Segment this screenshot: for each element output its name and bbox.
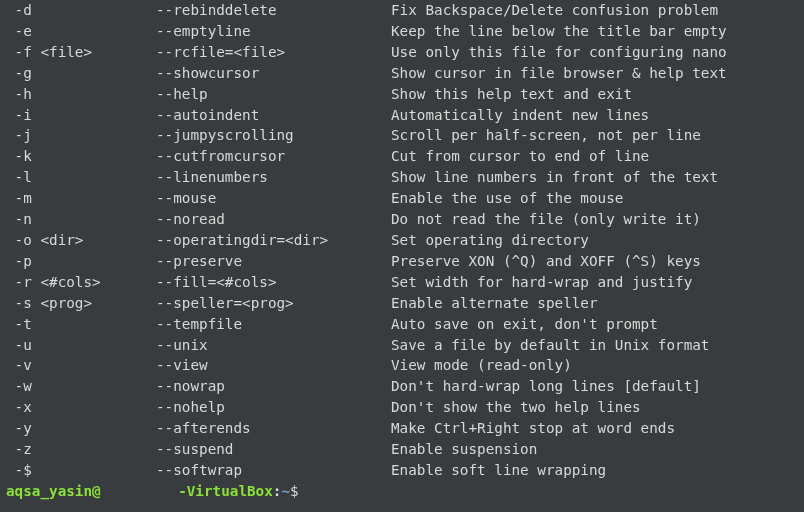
help-option-row: -o <dir>--operatingdir=<dir>Set operatin… xyxy=(6,230,798,251)
option-description: Enable suspension xyxy=(391,439,537,460)
help-option-row: -l--linenumbersShow line numbers in fron… xyxy=(6,167,798,188)
option-short: -v xyxy=(6,355,156,376)
option-long: --autoindent xyxy=(156,105,391,126)
option-long: --operatingdir=<dir> xyxy=(156,230,391,251)
option-long: --nowrap xyxy=(156,376,391,397)
option-long: --emptyline xyxy=(156,21,391,42)
option-description: Use only this file for configuring nano xyxy=(391,42,727,63)
option-description: Do not read the file (only write it) xyxy=(391,209,701,230)
option-description: Save a file by default in Unix format xyxy=(391,335,709,356)
help-option-row: -d--rebinddeleteFix Backspace/Delete con… xyxy=(6,0,798,21)
help-option-row: -r <#cols>--fill=<#cols>Set width for ha… xyxy=(6,272,798,293)
option-short: -l xyxy=(6,167,156,188)
option-short: -y xyxy=(6,418,156,439)
prompt-gap xyxy=(101,483,178,499)
option-short: -o <dir> xyxy=(6,230,156,251)
help-option-row: -h--helpShow this help text and exit xyxy=(6,84,798,105)
option-description: Keep the line below the title bar empty xyxy=(391,21,727,42)
option-description: Show line numbers in front of the text xyxy=(391,167,718,188)
option-description: Set operating directory xyxy=(391,230,589,251)
help-option-row: -j--jumpyscrollingScroll per half-screen… xyxy=(6,125,798,146)
shell-prompt[interactable]: aqsa_yasin@ -VirtualBox:~$ xyxy=(6,481,798,502)
option-description: Cut from cursor to end of line xyxy=(391,146,649,167)
help-option-row: -w--nowrapDon't hard-wrap long lines [de… xyxy=(6,376,798,397)
help-option-row: -s <prog>--speller=<prog>Enable alternat… xyxy=(6,293,798,314)
option-short: -g xyxy=(6,63,156,84)
option-description: Show cursor in file browser & help text xyxy=(391,63,727,84)
option-description: Fix Backspace/Delete confusion problem xyxy=(391,0,718,21)
option-long: --showcursor xyxy=(156,63,391,84)
option-description: Make Ctrl+Right stop at word ends xyxy=(391,418,675,439)
prompt-path: ~ xyxy=(281,483,290,499)
option-long: --suspend xyxy=(156,439,391,460)
help-option-row: -p--preservePreserve XON (^Q) and XOFF (… xyxy=(6,251,798,272)
option-short: -f <file> xyxy=(6,42,156,63)
option-short: -x xyxy=(6,397,156,418)
option-description: Enable soft line wrapping xyxy=(391,460,606,481)
option-short: -d xyxy=(6,0,156,21)
option-long: --cutfromcursor xyxy=(156,146,391,167)
option-short: -k xyxy=(6,146,156,167)
help-option-row: -u--unixSave a file by default in Unix f… xyxy=(6,335,798,356)
help-option-row: -x--nohelpDon't show the two help lines xyxy=(6,397,798,418)
help-option-row: -y--afterendsMake Ctrl+Right stop at wor… xyxy=(6,418,798,439)
option-long: --linenumbers xyxy=(156,167,391,188)
option-description: Preserve XON (^Q) and XOFF (^S) keys xyxy=(391,251,701,272)
option-short: -r <#cols> xyxy=(6,272,156,293)
prompt-host: -VirtualBox xyxy=(178,483,273,499)
help-option-row: -k--cutfromcursorCut from cursor to end … xyxy=(6,146,798,167)
option-description: Enable the use of the mouse xyxy=(391,188,623,209)
help-option-row: -i--autoindentAutomatically indent new l… xyxy=(6,105,798,126)
option-description: Don't hard-wrap long lines [default] xyxy=(391,376,701,397)
help-option-row: -v--viewView mode (read-only) xyxy=(6,355,798,376)
option-short: -z xyxy=(6,439,156,460)
option-description: Enable alternate speller xyxy=(391,293,598,314)
option-short: -w xyxy=(6,376,156,397)
option-short: -h xyxy=(6,84,156,105)
option-long: --tempfile xyxy=(156,314,391,335)
terminal-output[interactable]: -d--rebinddeleteFix Backspace/Delete con… xyxy=(0,0,804,502)
option-description: Automatically indent new lines xyxy=(391,105,649,126)
option-long: --speller=<prog> xyxy=(156,293,391,314)
option-short: -$ xyxy=(6,460,156,481)
option-long: --rebinddelete xyxy=(156,0,391,21)
help-option-row: -$--softwrapEnable soft line wrapping xyxy=(6,460,798,481)
option-long: --help xyxy=(156,84,391,105)
option-short: -n xyxy=(6,209,156,230)
option-short: -e xyxy=(6,21,156,42)
option-description: Show this help text and exit xyxy=(391,84,632,105)
help-option-row: -z--suspendEnable suspension xyxy=(6,439,798,460)
option-long: --nohelp xyxy=(156,397,391,418)
option-description: Scroll per half-screen, not per line xyxy=(391,125,701,146)
prompt-at: @ xyxy=(92,483,101,499)
option-long: --softwrap xyxy=(156,460,391,481)
help-option-row: -m--mouseEnable the use of the mouse xyxy=(6,188,798,209)
prompt-dollar: $ xyxy=(290,483,307,499)
prompt-user: aqsa_yasin xyxy=(6,483,92,499)
option-long: --mouse xyxy=(156,188,391,209)
option-description: Auto save on exit, don't prompt xyxy=(391,314,658,335)
option-long: --fill=<#cols> xyxy=(156,272,391,293)
option-description: Don't show the two help lines xyxy=(391,397,641,418)
option-description: Set width for hard-wrap and justify xyxy=(391,272,692,293)
option-long: --unix xyxy=(156,335,391,356)
option-short: -j xyxy=(6,125,156,146)
option-short: -t xyxy=(6,314,156,335)
help-option-row: -t--tempfileAuto save on exit, don't pro… xyxy=(6,314,798,335)
help-option-row: -f <file>--rcfile=<file>Use only this fi… xyxy=(6,42,798,63)
option-long: --noread xyxy=(156,209,391,230)
option-long: --preserve xyxy=(156,251,391,272)
option-long: --jumpyscrolling xyxy=(156,125,391,146)
option-long: --afterends xyxy=(156,418,391,439)
option-description: View mode (read-only) xyxy=(391,355,572,376)
help-option-row: -g--showcursorShow cursor in file browse… xyxy=(6,63,798,84)
option-long: --view xyxy=(156,355,391,376)
help-option-row: -e--emptylineKeep the line below the tit… xyxy=(6,21,798,42)
option-short: -i xyxy=(6,105,156,126)
option-long: --rcfile=<file> xyxy=(156,42,391,63)
option-short: -u xyxy=(6,335,156,356)
option-short: -p xyxy=(6,251,156,272)
help-option-row: -n--noreadDo not read the file (only wri… xyxy=(6,209,798,230)
option-short: -s <prog> xyxy=(6,293,156,314)
option-short: -m xyxy=(6,188,156,209)
